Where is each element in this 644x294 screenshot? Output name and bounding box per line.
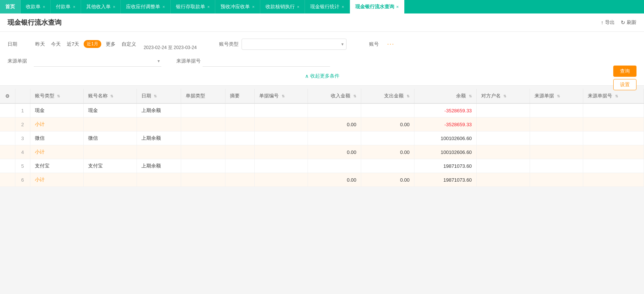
date-yesterday[interactable]: 昨天 [34, 40, 47, 48]
row-account-type: 支付宝 [30, 159, 83, 173]
table-header-row: ⚙ 账号类型 ⇅ 账号名称 ⇅ 日期 ⇅ 单据类型 [0, 89, 644, 103]
top-navigation: 首页 收款单 × 付款单 × 其他收入单 × 应收应付调整单 × 银行存取款单 … [0, 0, 644, 13]
account-type-select-wrap: 现金 微信 支付宝 ▾ [242, 39, 347, 50]
nav-bank-deposit[interactable]: 银行存取款单 × [171, 0, 215, 13]
account-name-column-header[interactable]: 账号名称 ⇅ [83, 89, 137, 103]
row-income: 0.00 [308, 173, 361, 187]
settings-button[interactable]: 设置 [613, 79, 636, 90]
row-source-doc [530, 159, 583, 173]
close-icon[interactable]: × [396, 4, 399, 9]
nav-payment[interactable]: 付款单 × [51, 0, 81, 13]
row-income [308, 103, 361, 118]
filter-area: 日期 昨天 今天 近7天 近1月 更多 自定义 2023-02-24 至 202… [0, 32, 644, 86]
row-source-doc [530, 131, 583, 145]
row-counterpart [476, 118, 530, 131]
row-counterpart [476, 159, 530, 173]
sort-icon: ⇅ [57, 94, 60, 98]
row-income [308, 159, 361, 173]
nav-home[interactable]: 首页 [0, 0, 21, 13]
row-date [137, 118, 181, 131]
row-summary [225, 103, 254, 118]
summary-column-header[interactable]: 摘要 [225, 89, 254, 103]
row-counterpart [476, 131, 530, 145]
row-source-doc [530, 118, 583, 131]
close-icon[interactable]: × [162, 4, 165, 9]
row-expense [361, 131, 414, 145]
row-expense: 0.00 [361, 173, 414, 187]
close-icon[interactable]: × [342, 4, 344, 9]
row-number: 2 [15, 118, 30, 131]
refresh-button[interactable]: ↻ 刷新 [621, 19, 636, 26]
income-column-header[interactable]: 收入金额 ⇅ [308, 89, 361, 103]
row-summary [225, 159, 254, 173]
date-today[interactable]: 今天 [50, 40, 62, 48]
source-doc-num-column-header[interactable]: 来源单据号 ⇅ [583, 89, 644, 103]
nav-cash-bank-stat[interactable]: 现金银行统计 × [305, 0, 350, 13]
row-doc-number [254, 103, 308, 118]
close-icon[interactable]: × [297, 4, 299, 9]
expense-column-header[interactable]: 支出金额 ⇅ [361, 89, 414, 103]
nav-receipt-verify[interactable]: 收款核销执行 × [260, 0, 305, 13]
row-expense [361, 103, 414, 118]
row-income [308, 131, 361, 145]
row-balance: 100102606.60 [414, 145, 477, 159]
close-icon[interactable]: × [113, 4, 115, 9]
row-account-type: 小计 [30, 118, 83, 131]
page-header: 现金银行流水查询 ↑ 导出 ↻ 刷新 [0, 13, 644, 32]
source-doc-num-label: 来源单据号 [176, 58, 203, 64]
refresh-icon: ↻ [621, 19, 625, 25]
account-type-select[interactable]: 现金 微信 支付宝 [242, 39, 347, 50]
gear-column-header[interactable]: ⚙ [0, 89, 15, 103]
row-account-name [83, 118, 137, 131]
source-doc-column-header[interactable]: 来源单据 ⇅ [530, 89, 583, 103]
row-doc-type [181, 118, 225, 131]
date-custom[interactable]: 自定义 [120, 40, 138, 48]
row-account-name: 微信 [83, 131, 137, 145]
query-button[interactable]: 查询 [613, 66, 636, 77]
row-income: 0.00 [308, 118, 361, 131]
collapse-bar[interactable]: ∧ 收起更多条件 [8, 71, 636, 82]
more-options-dots[interactable]: ··· [387, 41, 394, 48]
row-summary [225, 118, 254, 131]
row-doc-type [181, 131, 225, 145]
doc-type-column-header[interactable]: 单据类型 [181, 89, 225, 103]
sort-icon: ⇅ [353, 94, 356, 98]
row-doc-type [181, 145, 225, 159]
doc-number-column-header[interactable]: 单据编号 ⇅ [254, 89, 308, 103]
close-icon[interactable]: × [252, 4, 254, 9]
date-1month[interactable]: 近1月 [84, 40, 101, 48]
row-summary [225, 131, 254, 145]
num-column-header [15, 89, 30, 103]
nav-receipt[interactable]: 收款单 × [21, 0, 51, 13]
sort-icon: ⇅ [282, 94, 285, 98]
balance-column-header[interactable]: 余额 ⇅ [414, 89, 477, 103]
row-gear [0, 159, 15, 173]
nav-cash-bank-flow[interactable]: 现金银行流水查询 × [350, 0, 404, 13]
close-icon[interactable]: × [73, 4, 75, 9]
row-source-doc [530, 145, 583, 159]
header-actions: ↑ 导出 ↻ 刷新 [601, 19, 636, 26]
nav-prepay-charge[interactable]: 预收冲应收单 × [215, 0, 260, 13]
source-doc-num-input[interactable] [203, 55, 330, 67]
sort-icon: ⇅ [469, 94, 472, 98]
close-icon[interactable]: × [43, 4, 45, 9]
row-source-doc-num [583, 131, 644, 145]
date-7days[interactable]: 近7天 [65, 40, 81, 48]
date-range-display: 2023-02-24 至 2023-03-24 [144, 45, 197, 51]
sort-icon: ⇅ [110, 94, 113, 98]
date-more[interactable]: 更多 [104, 40, 117, 48]
counterpart-column-header[interactable]: 对方户名 ⇅ [476, 89, 530, 103]
account-type-column-header[interactable]: 账号类型 ⇅ [30, 89, 83, 103]
source-doc-select[interactable] [34, 55, 161, 67]
row-counterpart [476, 173, 530, 187]
export-button[interactable]: ↑ 导出 [601, 19, 615, 26]
nav-other-income[interactable]: 其他收入单 × [81, 0, 121, 13]
table-row: 1现金现金上期余额-3528659.33 [0, 103, 644, 118]
row-income: 0.00 [308, 145, 361, 159]
close-icon[interactable]: × [207, 4, 210, 9]
row-gear [0, 103, 15, 118]
row-account-type: 现金 [30, 103, 83, 118]
nav-ar-ap-adjust[interactable]: 应收应付调整单 × [121, 0, 170, 13]
row-gear [0, 131, 15, 145]
date-column-header[interactable]: 日期 ⇅ [137, 89, 181, 103]
